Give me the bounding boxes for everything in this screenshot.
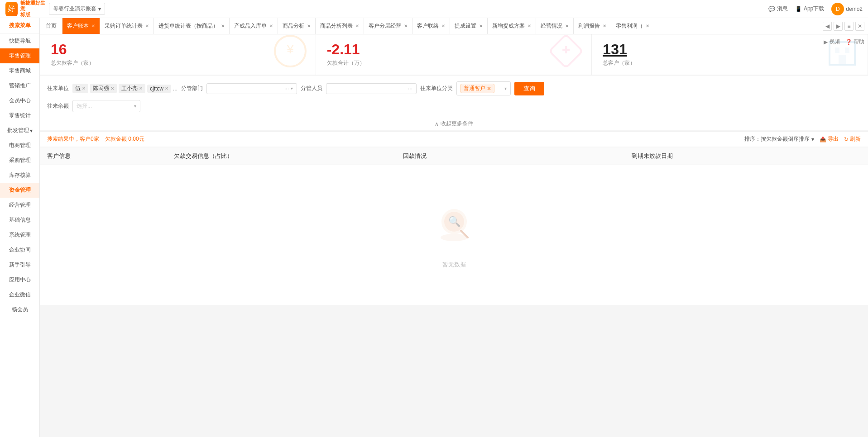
- tab-scroll-right-btn[interactable]: ▶: [834, 22, 843, 31]
- tab-customer-account[interactable]: 客户账本 ✕: [62, 18, 100, 34]
- unit-category-tag-close[interactable]: ✕: [487, 86, 491, 92]
- sidebar-item-member-center[interactable]: 会员中心: [0, 93, 39, 108]
- tab-product-analysis[interactable]: 商品分析 ✕: [278, 18, 316, 34]
- sidebar-item-ecom-mgmt[interactable]: 电商管理: [0, 138, 39, 153]
- sidebar-item-retail-shop[interactable]: 零售商城: [0, 63, 39, 78]
- filter-tag-wang[interactable]: 王小亮 ✕: [119, 84, 145, 93]
- filter-tag-gu[interactable]: 伍 ✕: [72, 84, 88, 93]
- sidebar-item-member-plus[interactable]: 畅会员: [0, 302, 39, 317]
- help-btn[interactable]: ❓ 帮助: [845, 38, 864, 46]
- sidebar-item-capital-mgmt[interactable]: 资金管理: [0, 183, 39, 198]
- sidebar-item-sys-mgmt[interactable]: 系统管理: [0, 228, 39, 242]
- sidebar-item-ops-mgmt[interactable]: 经营管理: [0, 198, 39, 213]
- stats-bar: ¥ 16 总欠款客户（家） ✚ -2.11 欠款合计（万）: [40, 34, 868, 75]
- avatar: D: [831, 3, 844, 15]
- tab-ops-overview[interactable]: 经营情况 ✕: [536, 18, 574, 34]
- svg-text:✚: ✚: [562, 44, 570, 56]
- filter-tag-chen-close[interactable]: ✕: [110, 86, 114, 91]
- filter-tag-more[interactable]: ...: [173, 86, 177, 92]
- tab-label: 新增提成方案: [492, 22, 525, 30]
- sort-label: 排序：按欠款金额倒序排序: [744, 135, 810, 143]
- mobile-icon: 📱: [795, 6, 802, 12]
- sidebar-item-new-guide[interactable]: 新手引导: [0, 257, 39, 272]
- unit-category-select[interactable]: 普通客户 ✕ ▾: [456, 81, 511, 95]
- message-btn[interactable]: 💬 消息: [768, 5, 788, 13]
- sidebar-item-corp-wechat[interactable]: 企业微信: [0, 287, 39, 302]
- refresh-icon: ↻: [844, 136, 849, 142]
- empty-illustration: 🔍: [432, 201, 477, 255]
- sidebar-item-retail-mgmt[interactable]: 零售管理: [0, 48, 39, 63]
- tab-close-icon[interactable]: ✕: [528, 24, 531, 28]
- app-download-btn[interactable]: 📱 App下载: [795, 5, 824, 13]
- tab-retail-profit[interactable]: 零售利润（ ✕: [611, 18, 654, 34]
- main-layout: 搜索菜单 快捷导航 零售管理 零售商城 营销推广 会员中心 零售统计 批发管理 …: [0, 18, 868, 437]
- tab-close-icon[interactable]: ✕: [91, 24, 95, 28]
- tab-purchase-order-stats[interactable]: 采购订单统计表 ✕: [100, 18, 154, 34]
- tab-scroll-left-btn[interactable]: ◀: [823, 22, 832, 31]
- result-sort[interactable]: 排序：按欠款金额倒序排序 ▾: [744, 135, 814, 143]
- user-info[interactable]: D demo2: [831, 3, 863, 15]
- svg-rect-6: [845, 48, 849, 53]
- filter-tag-cjttcw[interactable]: cjttcw ✕: [147, 85, 171, 93]
- tab-close-icon[interactable]: ✕: [565, 24, 569, 28]
- tab-new-scheme[interactable]: 新增提成方案 ✕: [488, 18, 536, 34]
- tab-close-icon[interactable]: ✕: [221, 24, 225, 28]
- filter-tag-cjttcw-close[interactable]: ✕: [165, 86, 168, 91]
- tab-prod-inbound[interactable]: 产成品入库单 ✕: [230, 18, 278, 34]
- tab-profit-report[interactable]: 利润报告 ✕: [574, 18, 611, 34]
- tab-close-icon[interactable]: ✕: [269, 24, 273, 28]
- dept-filter-label: 分管部门: [181, 85, 203, 92]
- filter-tag-gu-close[interactable]: ✕: [82, 86, 86, 91]
- tab-customer-contact[interactable]: 客户联络 ✕: [412, 18, 450, 34]
- tab-close-icon[interactable]: ✕: [145, 24, 149, 28]
- sidebar-item-basic-info[interactable]: 基础信息: [0, 213, 39, 228]
- sidebar: 搜索菜单 快捷导航 零售管理 零售商城 营销推广 会员中心 零售统计 批发管理 …: [0, 18, 40, 437]
- tab-label: 利润报告: [578, 22, 600, 30]
- sidebar-item-purchase-mgmt[interactable]: 采购管理: [0, 153, 39, 168]
- sidebar-item-biz-coop[interactable]: 企业协同: [0, 242, 39, 257]
- filter-collapse[interactable]: ∧ 收起更多条件: [47, 117, 861, 130]
- sidebar-item-quick-nav[interactable]: 快捷导航: [0, 33, 39, 48]
- tab-label: 提成设置: [455, 22, 476, 30]
- tab-home[interactable]: 首页: [40, 18, 62, 34]
- filter-tag-wang-close[interactable]: ✕: [139, 86, 143, 91]
- message-icon: 💬: [768, 6, 775, 12]
- tab-inventory-stats[interactable]: 进货单统计表（按商品） ✕: [154, 18, 230, 34]
- tab-close-icon[interactable]: ✕: [603, 24, 606, 28]
- logo-text: 畅捷通好生意标版: [20, 0, 45, 18]
- sidebar-item-app-center[interactable]: 应用中心: [0, 272, 39, 287]
- video-btn[interactable]: ▶ 视频: [824, 38, 840, 46]
- query-button[interactable]: 查询: [514, 82, 544, 95]
- staff-select[interactable]: ···: [326, 83, 417, 94]
- tab-more-btn[interactable]: ≡: [844, 22, 854, 31]
- dept-select[interactable]: ··· ▾: [206, 83, 297, 94]
- sidebar-search-btn[interactable]: 搜索菜单: [0, 18, 39, 33]
- filter-area: 往来单位 伍 ✕ 陈民强 ✕ 王小亮: [40, 76, 868, 130]
- refresh-btn[interactable]: ↻ 刷新: [844, 135, 861, 143]
- sidebar-item-retail-stats[interactable]: 零售统计: [0, 108, 39, 123]
- stat-total-customers-value[interactable]: 131: [603, 42, 627, 57]
- tab-close-icon[interactable]: ✕: [441, 24, 445, 28]
- tab-close-icon[interactable]: ✕: [355, 24, 359, 28]
- filter-tag-chen[interactable]: 陈民强 ✕: [90, 84, 117, 93]
- collapse-btn[interactable]: ∧ 收起更多条件: [435, 120, 473, 128]
- remain-select[interactable]: 选择... ▾: [72, 100, 140, 112]
- logo-area: 好 畅捷通好生意标版: [5, 0, 45, 18]
- sidebar-item-mkt-promo[interactable]: 营销推广: [0, 78, 39, 93]
- export-btn[interactable]: 📤 导出: [820, 135, 839, 143]
- sidebar-item-inventory[interactable]: 库存核算: [0, 168, 39, 183]
- sidebar-item-batch-mgmt[interactable]: 批发管理 ▾: [0, 123, 39, 138]
- tab-close-icon[interactable]: ✕: [646, 24, 649, 28]
- tab-label: 采购订单统计表: [105, 22, 143, 30]
- tenant-selector[interactable]: 母婴行业演示账套 ▾: [49, 3, 105, 15]
- tab-product-analysis-list[interactable]: 商品分析列表 ✕: [316, 18, 364, 34]
- tab-close-icon[interactable]: ✕: [404, 24, 408, 28]
- app-container: 好 畅捷通好生意标版 母婴行业演示账套 ▾ 💬 消息 📱 App下载 D dem…: [0, 0, 868, 437]
- tab-close-icon[interactable]: ✕: [307, 24, 311, 28]
- svg-rect-5: [835, 48, 839, 53]
- tab-close-icon[interactable]: ✕: [479, 24, 483, 28]
- tab-commission-settings[interactable]: 提成设置 ✕: [450, 18, 488, 34]
- tab-close-all-btn[interactable]: ✕: [855, 22, 864, 31]
- tab-customer-segment[interactable]: 客户分层经营 ✕: [364, 18, 412, 34]
- export-icon: 📤: [820, 136, 826, 142]
